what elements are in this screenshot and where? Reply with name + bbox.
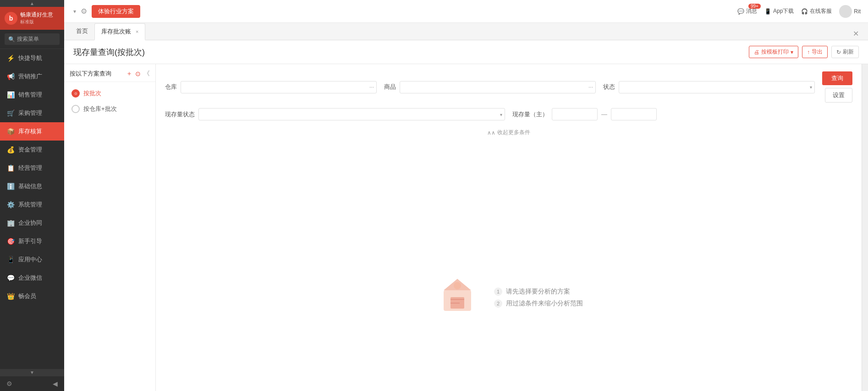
print-dropdown-icon[interactable]: ▾	[791, 49, 793, 55]
sidebar-item-quick-nav[interactable]: ⚡ 快捷导航	[0, 49, 64, 67]
page-content: 现存量查询(按批次) 🖨 按模板打印 ▾ ↑ 导出 ↻ 刷新	[64, 40, 868, 391]
sidebar-label-wechat: 企业微信	[18, 274, 42, 282]
filter-panel: 仓库 ··· 商品 ···	[156, 64, 862, 207]
sidebar-item-operations[interactable]: 📋 经营管理	[0, 159, 64, 177]
sidebar-item-basic-info[interactable]: ℹ️ 基础信息	[0, 177, 64, 196]
topbar-left: ▾ ⚙ 体验行业方案	[71, 5, 140, 18]
tab-inventory-batch[interactable]: 库存批次账 ×	[94, 23, 145, 40]
stock-qty-to-input[interactable]	[611, 108, 657, 120]
collapse-label: 收起更多条件	[497, 129, 530, 136]
right-panel-close-btn[interactable]: ✕	[849, 27, 863, 40]
empty-tips: 1 请先选择要分析的方案 2 用过滤条件来缩小分析范围	[494, 288, 583, 311]
status-select-wrapper: ▾	[619, 81, 815, 93]
sidebar-item-app-center[interactable]: 📱 应用中心	[0, 250, 64, 269]
warehouse-dots-icon[interactable]: ···	[369, 84, 374, 90]
warehouse-input[interactable]	[181, 81, 377, 93]
inventory-icon: 📦	[6, 128, 15, 135]
empty-state: 1 请先选择要分析的方案 2 用过滤条件来缩小分析范围	[156, 207, 862, 391]
app-center-icon: 📱	[6, 256, 15, 263]
sidebar-item-marketing[interactable]: 📢 营销推广	[0, 67, 64, 86]
filter-scheme-settings-icon[interactable]: ⊙	[135, 70, 141, 77]
app-version: 标准版	[20, 19, 53, 25]
sidebar-label-inventory: 库存核算	[18, 127, 42, 136]
sidebar-search-area[interactable]: 🔍 搜索菜单	[0, 30, 64, 49]
topbar-gear-icon[interactable]: ⚙	[81, 7, 87, 16]
right-scrollbar[interactable]	[862, 64, 868, 391]
filter-item-label-batch: 按批次	[83, 89, 101, 98]
product-input-wrapper: ···	[400, 81, 596, 93]
tab-home[interactable]: 首页	[70, 23, 94, 40]
refresh-btn[interactable]: ↻ 刷新	[831, 46, 859, 58]
empty-content: 1 请先选择要分析的方案 2 用过滤条件来缩小分析范围	[434, 272, 583, 327]
search-menu-box[interactable]: 🔍 搜索菜单	[5, 33, 60, 45]
sales-icon: 📊	[6, 91, 15, 98]
online-service-action[interactable]: 🎧 在线客服	[801, 7, 832, 15]
warehouse-label: 仓库	[165, 83, 177, 91]
app-logo: b	[5, 12, 17, 25]
user-area[interactable]: Rit	[839, 5, 861, 18]
sidebar-label-operations: 经营管理	[18, 164, 42, 172]
tab-close-icon[interactable]: ×	[136, 29, 138, 34]
sidebar-item-purchase[interactable]: 🛒 采购管理	[0, 104, 64, 122]
sidebar-label-system: 系统管理	[18, 201, 42, 209]
purchase-icon: 🛒	[6, 109, 15, 117]
member-icon: 👑	[6, 293, 15, 300]
sidebar: ▲ b 畅康通好生意 标准版 🔍 搜索菜单 ⚡ 快捷导航 📢 营销推广 📊 销售…	[0, 0, 64, 391]
sidebar-item-finance[interactable]: 💰 资金管理	[0, 141, 64, 159]
phone-icon: 📱	[764, 8, 771, 15]
breadcrumb-dropdown[interactable]: ▾	[73, 8, 76, 15]
enterprise-icon: 🏢	[6, 219, 15, 227]
stock-status-select[interactable]	[198, 108, 505, 120]
sidebar-scroll-down[interactable]: ▼	[0, 369, 64, 376]
filter-add-icon[interactable]: ＋	[126, 70, 132, 78]
sidebar-item-sales[interactable]: 📊 销售管理	[0, 86, 64, 104]
system-icon: ⚙️	[6, 201, 15, 208]
filter-collapse-row[interactable]: ∧∧ 收起更多条件	[165, 126, 852, 139]
sidebar-settings-icon[interactable]: ⚙	[6, 380, 12, 387]
product-input[interactable]	[400, 81, 596, 93]
svg-point-3	[454, 282, 461, 289]
sidebar-item-system[interactable]: ⚙️ 系统管理	[0, 196, 64, 214]
settings-btn[interactable]: 设置	[825, 88, 852, 103]
stock-status-filter-group: 现存量状态 ▾	[165, 108, 505, 120]
template-print-btn[interactable]: 🖨 按模板打印 ▾	[749, 46, 798, 58]
export-icon: ↑	[807, 49, 810, 55]
topbar: ▾ ⚙ 体验行业方案 💬 消息 99+ 📱 App下载 🎧 在线客服 Rit	[64, 0, 868, 23]
page-header: 现存量查询(按批次) 🖨 按模板打印 ▾ ↑ 导出 ↻ 刷新	[64, 40, 868, 64]
product-filter-group: 商品 ···	[384, 81, 596, 93]
sidebar-item-enterprise[interactable]: 🏢 企业协同	[0, 214, 64, 232]
sidebar-collapse-icon[interactable]: ◀	[53, 380, 58, 387]
query-btn[interactable]: 查询	[822, 71, 852, 85]
filter-item-by-batch[interactable]: ⊙ 按批次	[64, 86, 155, 101]
body-area: 按以下方案查询 ＋ ⊙ 《 ⊙ 按批次 按仓库+批次	[64, 64, 868, 391]
message-badge: 99+	[748, 4, 761, 9]
filter-item-by-warehouse-batch[interactable]: 按仓库+批次	[64, 101, 155, 117]
filter-sidebar: 按以下方案查询 ＋ ⊙ 《 ⊙ 按批次 按仓库+批次	[64, 64, 156, 391]
sidebar-label-finance: 资金管理	[18, 146, 42, 154]
sidebar-label-quick-nav: 快捷导航	[18, 54, 42, 62]
sidebar-label-app-center: 应用中心	[18, 255, 42, 264]
export-btn[interactable]: ↑ 导出	[802, 46, 828, 58]
active-tab-label: 库存批次账	[101, 27, 131, 36]
topbar-right: 💬 消息 99+ 📱 App下载 🎧 在线客服 Rit	[737, 5, 861, 18]
sidebar-label-sales: 销售管理	[18, 91, 42, 99]
product-dots-icon[interactable]: ···	[588, 84, 593, 90]
sidebar-item-newbie[interactable]: 🎯 新手引导	[0, 232, 64, 250]
app-download-action[interactable]: 📱 App下载	[764, 7, 794, 15]
sidebar-item-inventory[interactable]: 📦 库存核算	[0, 122, 64, 141]
filter-actions: 查询 设置	[822, 71, 852, 103]
sidebar-scroll-up[interactable]: ▲	[0, 0, 64, 7]
filter-header-icons: ＋ ⊙ 《	[126, 70, 150, 78]
app-download-label: App下载	[773, 7, 794, 15]
trial-btn[interactable]: 体验行业方案	[92, 5, 140, 18]
sidebar-item-wechat[interactable]: 💬 企业微信	[0, 269, 64, 287]
sidebar-item-member[interactable]: 👑 畅会员	[0, 287, 64, 305]
basic-info-icon: ℹ️	[6, 183, 15, 190]
filter-row-1: 仓库 ··· 商品 ···	[165, 71, 852, 103]
filter-sidebar-collapse-icon[interactable]: 《	[143, 70, 150, 78]
status-select[interactable]	[619, 81, 815, 93]
filter-item-label-warehouse: 按仓库+批次	[83, 105, 117, 113]
message-action[interactable]: 💬 消息 99+	[737, 7, 757, 15]
tip-text-1: 请先选择要分析的方案	[506, 288, 570, 296]
stock-qty-from-input[interactable]	[552, 108, 598, 120]
